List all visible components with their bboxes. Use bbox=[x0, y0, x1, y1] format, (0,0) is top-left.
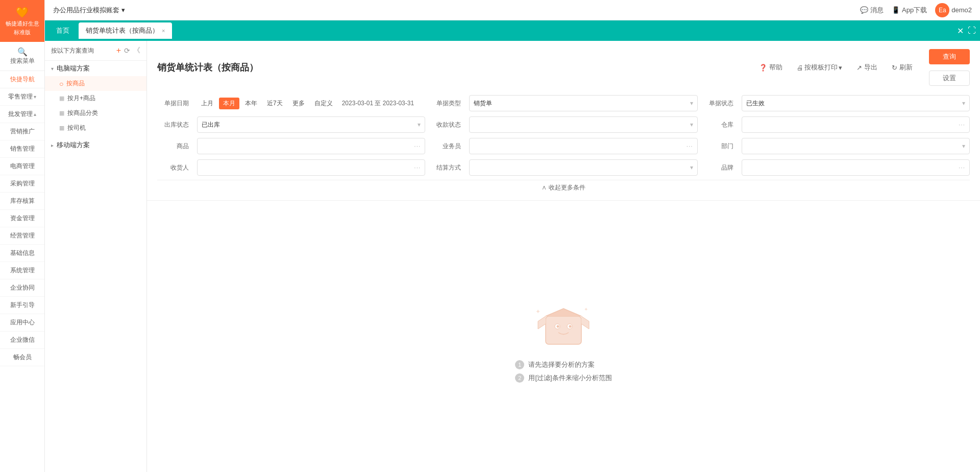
tree-pc-label: 电脑端方案 bbox=[57, 64, 90, 73]
salesperson-input[interactable]: ··· bbox=[469, 138, 697, 154]
export-button[interactable]: ↗ 导出 bbox=[852, 61, 881, 74]
receipt-status-label: 收款状态 bbox=[429, 121, 465, 129]
sidebar-item-inventory[interactable]: 库存核算 bbox=[0, 193, 44, 210]
add-scheme-button[interactable]: + bbox=[116, 46, 121, 55]
warehouse-status-input[interactable]: 已出库 ▾ bbox=[197, 116, 425, 133]
sidebar-item-retail[interactable]: 零售管理 ▾ bbox=[0, 88, 44, 106]
sidebar-item-marketing[interactable]: 营销推广 bbox=[0, 123, 44, 140]
date-tab-last-month[interactable]: 上月 bbox=[197, 98, 217, 109]
dept-label: 部门 bbox=[702, 142, 738, 151]
tab-home[interactable]: 首页 bbox=[49, 22, 77, 39]
receiver-label: 收货人 bbox=[157, 163, 193, 172]
doc-type-input[interactable]: 销货单 ▾ bbox=[469, 95, 697, 111]
tab-close-all-icon[interactable]: ✕ bbox=[957, 26, 964, 36]
svg-point-4 bbox=[569, 325, 572, 327]
empty-tip-2: 2 用[过滤]条件来缩小分析范围 bbox=[515, 373, 611, 383]
tab-bar: 首页 销货单统计表（按商品） × ✕ ⛶ bbox=[45, 20, 980, 41]
sidebar-item-marketing-label: 营销推广 bbox=[10, 128, 35, 135]
tree-sub-by-month-goods[interactable]: ▦ 按月+商品 bbox=[45, 91, 146, 106]
doc-status-label: 单据状态 bbox=[702, 99, 738, 108]
sidebar-item-finance[interactable]: 资金管理 bbox=[0, 210, 44, 227]
dept-input[interactable]: ▾ bbox=[742, 138, 970, 154]
tree-sub-by-category[interactable]: ▦ 按商品分类 bbox=[45, 106, 146, 121]
tree-pc-arrow: ▾ bbox=[51, 66, 54, 72]
tab-close-icon[interactable]: × bbox=[162, 28, 165, 34]
refresh-scheme-icon[interactable]: ⟳ bbox=[124, 46, 130, 55]
sidebar-item-ops[interactable]: 经营管理 bbox=[0, 227, 44, 245]
doc-status-input[interactable]: 已生效 ▾ bbox=[742, 95, 970, 111]
sidebar-item-wechat[interactable]: 企业微信 bbox=[0, 332, 44, 349]
sidebar-item-ops-label: 经营管理 bbox=[10, 232, 35, 239]
settings-button[interactable]: 设置 bbox=[929, 70, 970, 86]
sidebar-item-ecommerce[interactable]: 电商管理 bbox=[0, 158, 44, 175]
user-menu[interactable]: Ea demo2 bbox=[935, 3, 972, 17]
warehouse-status-value: 已出库 bbox=[202, 121, 220, 129]
warehouse-label: 仓库 bbox=[702, 121, 738, 129]
doc-status-chevron: ▾ bbox=[962, 100, 965, 107]
tip-text-2: 用[过滤]条件来缩小分析范围 bbox=[528, 373, 611, 383]
sidebar-search-label: 搜索菜单 bbox=[10, 57, 35, 64]
empty-state: ✦ ✦ ✦ 1 请先选择要分析的方案 2 用[过滤]条件来缩小分析范围 bbox=[147, 201, 980, 472]
sidebar-item-wholesale[interactable]: 批发管理 ▴ bbox=[0, 106, 44, 123]
user-avatar: Ea bbox=[935, 3, 949, 17]
sidebar-item-vip[interactable]: 畅会员 bbox=[0, 349, 44, 366]
app-logo[interactable]: 🧡 畅捷通好生意 标准版 bbox=[0, 0, 44, 42]
date-tabs: 上月 本月 本年 近7天 更多 自定义 bbox=[197, 98, 337, 109]
query-button[interactable]: 查询 bbox=[929, 49, 970, 64]
sidebar-item-newbie[interactable]: 新手引导 bbox=[0, 297, 44, 314]
brand-input[interactable]: ··· bbox=[742, 159, 970, 176]
help-button[interactable]: ❓ 帮助 bbox=[755, 61, 787, 74]
date-tab-this-month[interactable]: 本月 bbox=[219, 98, 239, 109]
sidebar-item-purchase-label: 采购管理 bbox=[10, 180, 35, 187]
tree-mobile-label: 移动端方案 bbox=[57, 140, 90, 150]
app-download-button[interactable]: 📱 App下载 bbox=[892, 6, 927, 15]
tree-sub-by-category-icon: ▦ bbox=[59, 110, 64, 116]
empty-tip-1: 1 请先选择要分析的方案 bbox=[515, 360, 611, 369]
sidebar-item-system[interactable]: 系统管理 bbox=[0, 262, 44, 279]
main-area: 办公用品行业模拟账套 ▾ 💬 消息 📱 App下载 Ea demo2 首页 bbox=[45, 0, 980, 472]
tab-sales-stat[interactable]: 销货单统计表（按商品） × bbox=[79, 22, 172, 39]
date-tab-7days[interactable]: 近7天 bbox=[263, 98, 287, 109]
sidebar-quicknav[interactable]: 快捷导航 bbox=[0, 71, 44, 88]
date-tab-more[interactable]: 更多 bbox=[288, 98, 309, 109]
svg-text:✦: ✦ bbox=[576, 338, 580, 343]
print-template-button[interactable]: 🖨 按模板打印 ▾ bbox=[793, 61, 846, 74]
svg-point-3 bbox=[557, 325, 559, 327]
warehouse-input[interactable]: ··· bbox=[742, 116, 970, 133]
tree-sub-by-goods[interactable]: ○ 按商品 bbox=[45, 76, 146, 91]
refresh-button[interactable]: ↻ 刷新 bbox=[888, 61, 917, 74]
sidebar-item-basic[interactable]: 基础信息 bbox=[0, 245, 44, 262]
message-icon: 💬 bbox=[860, 6, 868, 14]
tab-maximize-icon[interactable]: ⛶ bbox=[968, 26, 976, 35]
settlement-input[interactable]: ▾ bbox=[469, 159, 697, 176]
app-download-label: App下载 bbox=[902, 6, 927, 15]
sidebar-item-sales[interactable]: 销售管理 bbox=[0, 140, 44, 158]
print-icon: 🖨 bbox=[797, 64, 803, 72]
date-tab-custom[interactable]: 自定义 bbox=[310, 98, 337, 109]
goods-input[interactable]: ··· bbox=[197, 138, 425, 154]
sidebar-item-appstore[interactable]: 应用中心 bbox=[0, 314, 44, 332]
tree-sub-by-cashier-label: 按司机 bbox=[67, 124, 86, 132]
tree-sub-by-goods-icon: ○ bbox=[59, 80, 63, 88]
sidebar-item-corp[interactable]: 企业协同 bbox=[0, 279, 44, 297]
print-template-label: 按模板打印 bbox=[804, 63, 838, 72]
sidebar-item-purchase[interactable]: 采购管理 bbox=[0, 175, 44, 193]
empty-illustration: ✦ ✦ ✦ bbox=[533, 291, 594, 352]
receiver-input[interactable]: ··· bbox=[197, 159, 425, 176]
sidebar-item-vip-label: 畅会员 bbox=[13, 353, 32, 361]
tree-sub-by-cashier[interactable]: ▦ 按司机 bbox=[45, 121, 146, 135]
message-button[interactable]: 💬 消息 bbox=[860, 6, 884, 15]
message-label: 消息 bbox=[870, 6, 884, 15]
date-filter-label: 单据日期 bbox=[157, 99, 193, 108]
tree-mobile-folder[interactable]: ▸ 移动端方案 bbox=[45, 137, 146, 153]
export-icon: ↗ bbox=[856, 64, 862, 72]
tree-pc-folder[interactable]: ▾ 电脑端方案 bbox=[45, 61, 146, 76]
collapse-filter-button[interactable]: ∧ 收起更多条件 bbox=[157, 180, 970, 195]
sidebar-search[interactable]: 🔍 搜索菜单 bbox=[0, 42, 44, 71]
industry-selector[interactable]: 办公用品行业模拟账套 ▾ bbox=[53, 6, 125, 15]
receipt-status-input[interactable]: ▾ bbox=[469, 116, 697, 133]
settlement-label: 结算方式 bbox=[429, 163, 465, 172]
date-tab-this-year[interactable]: 本年 bbox=[241, 98, 261, 109]
collapse-panel-icon[interactable]: 《 bbox=[133, 46, 140, 55]
warehouse-status-chevron: ▾ bbox=[418, 121, 421, 128]
